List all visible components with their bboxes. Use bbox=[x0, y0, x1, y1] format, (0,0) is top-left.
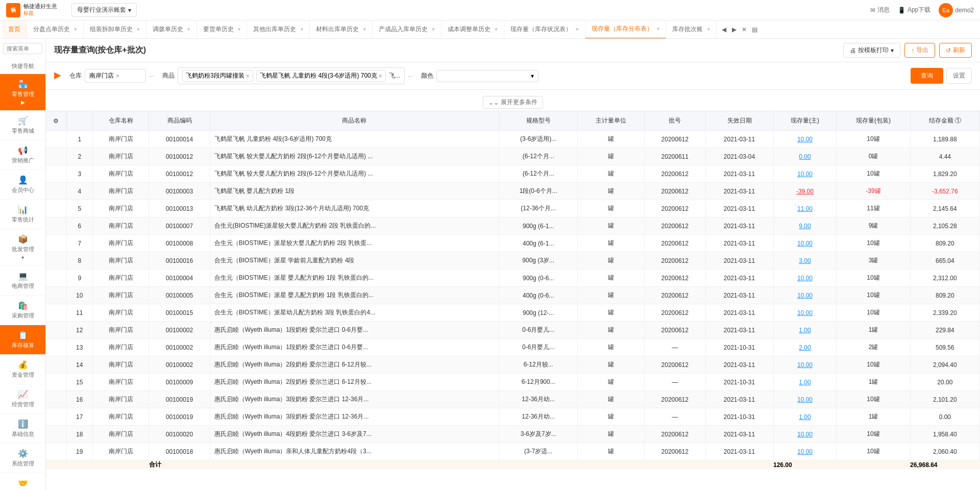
table-cell[interactable]: 10.00 bbox=[773, 235, 837, 252]
table-cell[interactable]: 10.00 bbox=[773, 356, 837, 374]
table-cell[interactable]: 10.00 bbox=[773, 165, 837, 183]
tab-产成品入库单历史[interactable]: 产成品入库单历史 × bbox=[373, 20, 442, 39]
table-cell[interactable]: 1.00 bbox=[773, 374, 837, 391]
user-area[interactable]: Ea demo2 bbox=[939, 3, 974, 17]
table-cell[interactable]: 10.00 bbox=[773, 426, 837, 443]
sidebar-item-基础信息[interactable]: ℹ️ 基础信息 bbox=[0, 414, 45, 444]
table-cell: 00100020 bbox=[149, 426, 210, 443]
settings-btn[interactable]: 设置 bbox=[946, 68, 972, 84]
tab-分盘点单历史[interactable]: 分盘点单历史 × bbox=[27, 20, 84, 39]
table-cell[interactable]: 1.00 bbox=[773, 408, 837, 426]
table-cell: 1罐 bbox=[837, 322, 910, 339]
tab-要货单历史[interactable]: 要货单历史 × bbox=[197, 20, 248, 39]
tab-现存量库存状况表[interactable]: 现存量（库存状况表） × bbox=[504, 20, 585, 39]
sidebar-item-零售统计[interactable]: 📊 零售统计 bbox=[0, 200, 45, 229]
tag-close-icon[interactable]: × bbox=[246, 72, 250, 80]
tab-bar: 首页 分盘点单历史 × 组装拆卸单历史 × 调拨单历史 × 要货单历史 × 其他… bbox=[0, 20, 980, 39]
tag-close-icon[interactable]: × bbox=[116, 72, 119, 80]
sidebar-item-经营管理[interactable]: 📈 经营管理 bbox=[0, 384, 45, 414]
close-icon[interactable]: × bbox=[495, 27, 498, 32]
table-cell: 2021-10-31 bbox=[705, 374, 773, 391]
tab-库存批次账[interactable]: 库存批次账 × bbox=[666, 20, 717, 39]
tag-close-icon[interactable]: × bbox=[379, 72, 382, 80]
export-btn[interactable]: ↑ 导出 bbox=[904, 43, 935, 58]
table-cell: 南岸门店 bbox=[93, 183, 149, 200]
filter-expand-arrow[interactable]: ▶ bbox=[54, 67, 61, 81]
tab-现存量库存分布表[interactable]: 现存量（库存分布表） × bbox=[585, 20, 667, 39]
sidebar-item-零售商城[interactable]: 🛒 零售商城 bbox=[0, 111, 45, 140]
table-cell: 20200612 bbox=[645, 270, 705, 287]
close-icon[interactable]: × bbox=[300, 27, 303, 32]
product-input[interactable]: 飞鹤奶粉3段丙罐撞装 × 飞鹤星飞帆 儿童奶粉 4段(3-6岁适用) 700克 … bbox=[178, 67, 405, 84]
gear-icon[interactable]: ⚙ bbox=[53, 117, 59, 125]
color-input[interactable]: ▾ bbox=[436, 70, 538, 82]
search-input[interactable] bbox=[3, 43, 42, 54]
query-btn[interactable]: 查询 bbox=[911, 68, 943, 84]
table-cell[interactable]: 0.00 bbox=[773, 148, 837, 165]
table-cell[interactable]: 2.00 bbox=[773, 339, 837, 356]
sidebar-item-营销推广[interactable]: 📢 营销推广 bbox=[0, 140, 45, 170]
tab-home[interactable]: 首页 bbox=[2, 20, 27, 39]
table-cell: 罐 bbox=[578, 426, 645, 443]
table-cell: 罐 bbox=[578, 183, 645, 200]
tab-调拨单历史[interactable]: 调拨单历史 × bbox=[146, 20, 197, 39]
message-btn[interactable]: ✉ 消息 bbox=[870, 6, 890, 14]
table-cell: 惠氏启睦（Wyeth illuma）2段奶粉 爱尔兰进口 6-12月较... bbox=[210, 356, 499, 374]
product-tag-2[interactable]: 飞鹤星飞帆 儿童奶粉 4段(3-6岁适用) 700克 × bbox=[256, 70, 386, 82]
th-code: 商品编码 bbox=[149, 111, 210, 131]
table-cell[interactable]: 10.00 bbox=[773, 443, 837, 460]
sidebar-item-资金管理[interactable]: 💰 资金管理 bbox=[0, 355, 45, 384]
sidebar-item-批发管理[interactable]: 📦 批发管理 ▾ bbox=[0, 229, 45, 266]
tab-其他出库单历史[interactable]: 其他出库单历史 × bbox=[247, 20, 310, 39]
table-cell[interactable]: 10.00 bbox=[773, 131, 837, 148]
warehouse-input[interactable]: 南岸门店 × bbox=[85, 69, 146, 83]
th-batch: 批号 bbox=[645, 111, 705, 131]
tab-prev-btn[interactable]: ◀ bbox=[719, 24, 729, 35]
table-cell[interactable]: 10.00 bbox=[773, 391, 837, 408]
table-cell[interactable]: 11.00 bbox=[773, 200, 837, 217]
product-tag-1[interactable]: 飞鹤奶粉3段丙罐撞装 × bbox=[182, 70, 253, 82]
table-cell[interactable]: 1.00 bbox=[773, 322, 837, 339]
close-icon[interactable]: × bbox=[707, 27, 710, 32]
store-selector[interactable]: 母婴行业演示账套 ▾ bbox=[71, 3, 137, 17]
table-cell[interactable]: 9.00 bbox=[773, 217, 837, 235]
close-icon[interactable]: × bbox=[74, 27, 77, 32]
close-icon[interactable]: × bbox=[363, 27, 366, 32]
close-icon[interactable]: × bbox=[576, 27, 579, 32]
table-cell[interactable]: 10.00 bbox=[773, 304, 837, 322]
close-icon[interactable]: × bbox=[657, 26, 660, 32]
table-cell[interactable]: 10.00 bbox=[773, 270, 837, 287]
expand-more-btn[interactable]: ⌄⌄ 展开更多条件 bbox=[483, 96, 543, 109]
tab-材料出库单历史[interactable]: 材料出库单历史 × bbox=[310, 20, 373, 39]
table-cell: 飞鹤星飞帆 婴儿配方奶粉 1段 bbox=[210, 183, 499, 200]
close-icon[interactable]: × bbox=[137, 27, 140, 32]
close-icon[interactable]: × bbox=[238, 27, 241, 32]
sidebar-item-会员中心[interactable]: 👤 会员中心 bbox=[0, 170, 45, 200]
table-cell: 1,958.40 bbox=[910, 426, 979, 443]
tab-close-btn[interactable]: ✕ bbox=[739, 24, 749, 35]
table-cell[interactable]: 10.00 bbox=[773, 287, 837, 304]
filter-section: ▶ 仓库 南岸门店 × ··· 商品 飞鹤奶粉3段丙罐撞装 × bbox=[46, 62, 980, 90]
print-btn[interactable]: 🖨 按模板打印 ▾ bbox=[843, 43, 900, 58]
refresh-btn[interactable]: ↺ 刷新 bbox=[939, 43, 972, 58]
table-row: 4南岸门店00100003飞鹤星飞帆 婴儿配方奶粉 1段1段(0-6个月...罐… bbox=[46, 183, 980, 200]
sidebar-item-系统管理[interactable]: ⚙️ 系统管理 bbox=[0, 444, 45, 473]
table-cell[interactable]: 3.00 bbox=[773, 252, 837, 270]
tab-成本调整单历史[interactable]: 成本调整单历史 × bbox=[442, 20, 504, 39]
app-download-btn[interactable]: 📱 App下载 bbox=[898, 6, 930, 14]
tab-menu-btn[interactable]: ▤ bbox=[749, 24, 760, 35]
sidebar-item-企业协同[interactable]: 🤝 企业协同 bbox=[0, 473, 45, 490]
ellipsis-icon: ··· bbox=[149, 72, 154, 80]
logo-icon: 畅 bbox=[6, 3, 20, 17]
table-cell[interactable]: -39.00 bbox=[773, 183, 837, 200]
sidebar-item-采购管理[interactable]: 🛍️ 采购管理 bbox=[0, 296, 45, 325]
sidebar-item-库存核算[interactable]: 📋 库存核算 bbox=[0, 325, 45, 355]
close-icon[interactable]: × bbox=[187, 27, 190, 32]
close-icon[interactable]: × bbox=[432, 27, 435, 32]
sidebar-quick-nav[interactable]: 快捷导航 bbox=[0, 58, 45, 74]
sidebar-item-电商管理[interactable]: 💻 电商管理 bbox=[0, 266, 45, 296]
table-cell: 00100002 bbox=[149, 322, 210, 339]
tab-next-btn[interactable]: ▶ bbox=[729, 24, 739, 35]
tab-组装拆卸单历史[interactable]: 组装拆卸单历史 × bbox=[84, 20, 146, 39]
sidebar-item-零售管理[interactable]: 🏪 零售管理 ▶ bbox=[0, 74, 45, 111]
